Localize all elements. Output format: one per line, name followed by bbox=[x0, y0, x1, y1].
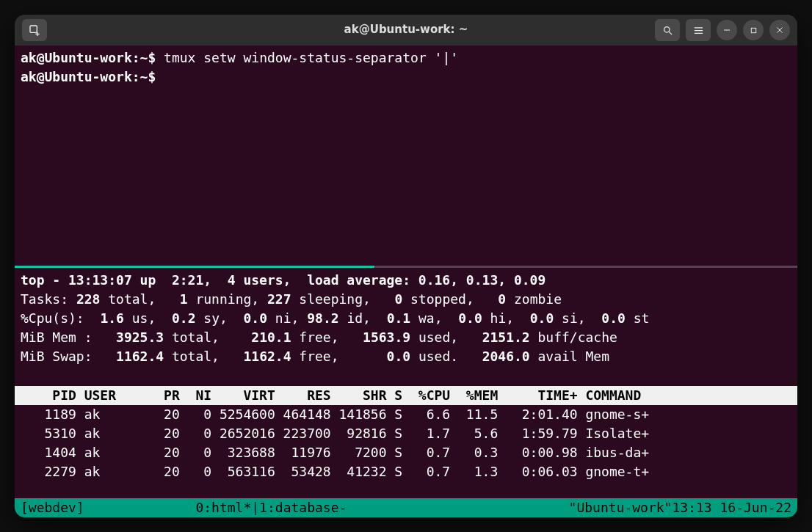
top-process-row: 2279 ak 20 0 563116 53428 41232 S 0.7 1.… bbox=[21, 464, 649, 479]
top-process-row: 5310 ak 20 0 2652016 223700 92816 S 1.7 … bbox=[21, 426, 649, 441]
titlebar: ak@Ubuntu-work: ~ bbox=[15, 15, 797, 45]
top-summary-line: top - 13:13:07 up 2:21, 4 users, load av… bbox=[21, 272, 545, 288]
terminal-body[interactable]: ak@Ubuntu-work:~$ tmux setw window-statu… bbox=[15, 45, 797, 517]
top-process-row: 1189 ak 20 0 5254600 464148 141856 S 6.6… bbox=[21, 407, 649, 422]
minimize-button[interactable] bbox=[717, 20, 737, 40]
svg-rect-0 bbox=[30, 26, 37, 32]
tmux-status-bar[interactable]: [webdev] 0:html*|1:database-"Ubuntu-work… bbox=[15, 498, 797, 517]
command-line: tmux setw window-status-separator '|' bbox=[164, 50, 458, 65]
tmux-pane-bottom[interactable]: top - 13:13:07 up 2:21, 4 users, load av… bbox=[15, 268, 797, 498]
tmux-session-name: [webdev] bbox=[21, 498, 84, 517]
hamburger-menu-button[interactable] bbox=[686, 19, 711, 41]
top-process-header: PID USER PR NI VIRT RES SHR S %CPU %MEM … bbox=[15, 386, 797, 405]
tmux-window-list: 0:html*|1:database- bbox=[195, 498, 347, 517]
search-button[interactable] bbox=[655, 19, 680, 41]
top-process-row: 1404 ak 20 0 323688 11976 7200 S 0.7 0.3… bbox=[21, 445, 649, 460]
tmux-host: "Ubuntu-work" bbox=[569, 498, 673, 517]
hamburger-icon bbox=[693, 25, 704, 36]
close-button[interactable] bbox=[769, 20, 790, 40]
tmux-pane-top[interactable]: ak@Ubuntu-work:~$ tmux setw window-statu… bbox=[15, 45, 797, 266]
prompt-user: ak@Ubuntu-work bbox=[21, 50, 132, 65]
minimize-icon bbox=[722, 26, 731, 34]
maximize-icon bbox=[750, 26, 758, 34]
close-icon bbox=[775, 26, 784, 34]
terminal-window: ak@Ubuntu-work: ~ bbox=[15, 15, 797, 517]
search-icon bbox=[662, 25, 673, 36]
svg-point-3 bbox=[664, 26, 670, 32]
svg-rect-9 bbox=[751, 28, 755, 32]
new-tab-button[interactable] bbox=[22, 19, 47, 41]
new-tab-icon bbox=[29, 24, 40, 36]
svg-line-4 bbox=[669, 32, 672, 34]
maximize-button[interactable] bbox=[743, 20, 764, 40]
tmux-clock: 13:13 16-Jun-22 bbox=[672, 498, 791, 517]
